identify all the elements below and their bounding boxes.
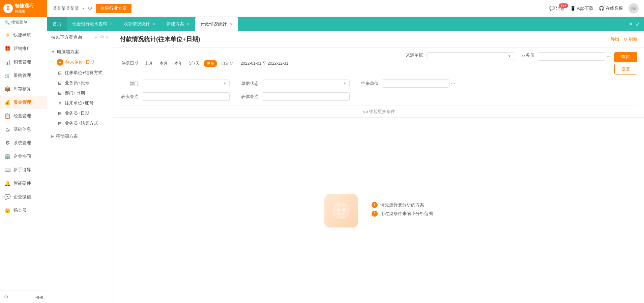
sidebar-item-operation[interactable]: 📋 经营管理 — [0, 109, 47, 123]
query-settings-group: 查询 设置 — [614, 52, 637, 74]
tree-item-partner-account[interactable]: ≡ 往来单位+账号 — [47, 98, 113, 108]
refresh-icon: ↻ — [623, 37, 627, 42]
tree-item-staff-account[interactable]: ⊞ 业务员+账号 — [47, 78, 113, 88]
sidebar-item-vip[interactable]: 👑 畅会员 — [0, 204, 47, 217]
sidebar-item-newbie[interactable]: 📖 新手引导 — [0, 163, 47, 177]
tree-item-staff-date[interactable]: ⊞ 业务员+日期 — [47, 108, 113, 118]
sidebar-item-inventory[interactable]: 📦 库存核算 — [0, 82, 47, 96]
sidebar-item-label: 新手引导 — [13, 167, 31, 173]
tree-item-dept-date[interactable]: ⊞ 部门+日期 — [47, 88, 113, 98]
tree-item-label: 业务员+账号 — [65, 80, 89, 86]
date-range-text: 2022-01-01 至 2022-12-31 — [241, 61, 288, 66]
company-dropdown-arrow[interactable]: ▾ — [82, 6, 84, 11]
tab-bank-flow[interactable]: 现金银行流水查询 ✕ — [67, 17, 118, 31]
message-btn[interactable]: 💬 消息 99+ — [549, 5, 565, 11]
sidebar-item-sales[interactable]: 📊 销售管理 — [0, 55, 47, 69]
doc-status-filter-label: 单据状态 — [240, 81, 259, 87]
tab-new-plan-close[interactable]: ✕ — [187, 22, 190, 26]
date-tab-this-year[interactable]: 本年 — [172, 60, 185, 67]
company-name: 某某某某某某 — [53, 5, 79, 11]
refresh-btn[interactable]: ↻ 刷新 — [623, 36, 637, 42]
plan-settings-icon[interactable]: ⚙ — [100, 34, 104, 40]
tab-payment-stat-close[interactable]: ✕ — [153, 22, 156, 26]
tab-new-plan-label: 新建方案 — [167, 21, 184, 27]
sidebar-collapse-btn[interactable]: ◀◀ — [35, 294, 43, 300]
empty-hints: 1 请先选择要分析的方案 2 用过滤条件来缩小分析范围 — [372, 202, 433, 219]
collapse-panel-icon[interactable]: « — [106, 34, 109, 40]
sidebar-item-weixin[interactable]: 💬 企业微信 — [0, 190, 47, 204]
online-service-btn[interactable]: 🎧 在线客服 — [599, 5, 623, 11]
query-button[interactable]: 查询 — [614, 52, 637, 62]
collapse-sidebar-icon: ◀◀ — [35, 294, 43, 300]
sidebar-item-capital[interactable]: 💰 资金管理 — [0, 96, 47, 109]
robot-svg — [331, 201, 351, 221]
left-panel-title: 按以下方案查询 — [51, 34, 92, 40]
fullscreen-icon[interactable]: ⤢ — [636, 21, 640, 27]
collapse-filter-label: 收起更多条件 — [369, 109, 395, 115]
tree-item-partner-date[interactable]: ● 往来单位+日期 — [47, 57, 113, 68]
tab-pay-stat-close[interactable]: ✕ — [230, 22, 233, 27]
left-panel: 按以下方案查询 ＋ ⚙ « ▼ 电脑端方案 ● 往来单位+日期 ⊞ — [47, 31, 113, 303]
partner-input[interactable] — [382, 79, 449, 88]
date-tab-custom[interactable]: 自定义 — [218, 60, 236, 67]
sidebar-item-company-coop[interactable]: 🏢 企业协同 — [0, 150, 47, 163]
dept-select[interactable]: ▾ — [142, 80, 230, 87]
header-note-input[interactable] — [142, 92, 230, 101]
tree-item-partner-settle[interactable]: ⊞ 往来单位+结算方式 — [47, 68, 113, 78]
logo-title: 畅捷通巧 — [15, 3, 34, 9]
date-filter-label: 单据日期 — [120, 60, 139, 66]
date-tab-this-month[interactable]: 本月 — [157, 60, 170, 67]
settings-gear-icon: ⚙ — [4, 294, 8, 300]
date-tab-last-month[interactable]: 上月 — [142, 60, 155, 67]
filter-row-3: 表头备注 表体备注 — [120, 92, 637, 101]
trial-btn[interactable]: 体验行业方案 — [96, 4, 131, 13]
table-icon-3: ⊞ — [57, 90, 63, 96]
partner-dots-btn[interactable]: ··· — [451, 81, 455, 87]
sidebar-item-smart-hw[interactable]: 🔔 智能硬件 — [0, 177, 47, 190]
sidebar-item-system[interactable]: ⚙ 系统管理 — [0, 136, 47, 150]
date-tab-more[interactable]: 更多 — [204, 60, 217, 67]
date-tab-7days[interactable]: 近7天 — [186, 60, 202, 67]
tree-item-label: 往来单位+结算方式 — [65, 70, 103, 76]
sidebar-item-marketing[interactable]: 🎁 营销推广 — [0, 42, 47, 55]
empty-hint-1: 1 请先选择要分析的方案 — [372, 202, 433, 208]
tree-arrow-down-icon: ▼ — [51, 50, 55, 54]
staff-dots-btn[interactable]: ··· — [607, 54, 611, 60]
topbar-gear-icon[interactable]: ⚙ — [88, 5, 92, 11]
close-all-tabs-icon[interactable]: ✕ — [628, 21, 633, 27]
body-note-input[interactable] — [262, 92, 350, 101]
collapse-filter-btn[interactable]: ∧∧ 收起更多条件 — [120, 105, 637, 117]
system-icon: ⚙ — [4, 140, 11, 146]
tab-bank-flow-close[interactable]: ✕ — [110, 22, 113, 26]
sidebar-settings-btn[interactable]: ⚙ — [4, 294, 8, 300]
bar-icon: ≡ — [57, 100, 63, 106]
tab-payment-stat[interactable]: 收款情况统计 ✕ — [118, 17, 161, 31]
tree-parent-desktop[interactable]: ▼ 电脑端方案 — [47, 47, 113, 57]
left-panel-icons: ＋ ⚙ « — [94, 34, 109, 40]
app-download-btn[interactable]: 📱 App下载 — [570, 5, 593, 11]
doc-status-select[interactable]: ▾ — [262, 80, 350, 87]
sidebar-item-purchase[interactable]: 🛒 采购管理 — [0, 69, 47, 82]
sidebar-item-quick-nav[interactable]: ⚡ 快捷导航 — [0, 28, 47, 42]
tree-item-label: 部门+日期 — [65, 90, 85, 96]
tree-item-staff-settle[interactable]: ⊞ 业务员+结算方式 — [47, 118, 113, 128]
sidebar-search[interactable]: 🔍 搜索菜单 — [0, 17, 47, 28]
filter-area: 单据日期 上月 本月 本年 近7天 更多 自定义 2022-01-01 至 20… — [113, 48, 644, 118]
tab-new-plan[interactable]: 新建方案 ✕ — [161, 17, 195, 31]
tab-pay-stat[interactable]: 付款情况统计 ✕ — [195, 17, 238, 31]
staff-input[interactable] — [538, 52, 605, 61]
sidebar-logo: 6 畅捷通巧 标准版 — [0, 0, 47, 17]
tab-home[interactable]: 首页 — [47, 17, 67, 31]
avatar[interactable]: Rit — [628, 3, 639, 13]
sidebar-item-base-info[interactable]: 🗂 基础信息 — [0, 123, 47, 136]
hint-text-1: 请先选择要分析的方案 — [380, 202, 424, 208]
source-select[interactable]: ▾ — [427, 52, 514, 60]
marketing-icon: 🎁 — [4, 45, 11, 52]
tree-section-mobile[interactable]: ▶ 移动端方案 — [47, 131, 113, 141]
table-icon-1: ⊞ — [57, 70, 63, 76]
add-plan-icon[interactable]: ＋ — [94, 34, 98, 40]
settings-button[interactable]: 设置 — [614, 64, 637, 74]
export-btn[interactable]: ↑ 导出 — [607, 36, 620, 42]
message-icon: 💬 — [549, 6, 555, 11]
tree-section-desktop: ▼ 电脑端方案 ● 往来单位+日期 ⊞ 往来单位+结算方式 ⊞ 业务员+账号 — [47, 44, 113, 131]
